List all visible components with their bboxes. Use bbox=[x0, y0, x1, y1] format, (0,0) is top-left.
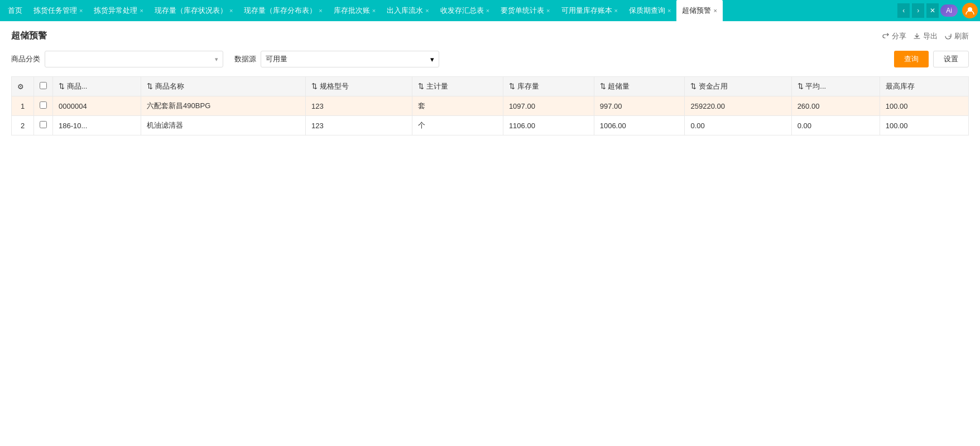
th-product-code: ⇅ 商品... bbox=[53, 77, 141, 96]
ai-button[interactable]: Ai bbox=[940, 4, 958, 17]
nav-tab-6[interactable]: 收发存汇总表 × bbox=[435, 0, 495, 21]
nav-tab-2[interactable]: 现存量（库存状况表） × bbox=[149, 0, 238, 21]
row-product-code: 186-10... bbox=[53, 116, 141, 135]
select-all-checkbox[interactable] bbox=[40, 82, 47, 89]
row-unit: 套 bbox=[412, 96, 503, 116]
close-icon[interactable]: × bbox=[229, 7, 233, 14]
page-header: 超储预警 分享 导出 刷新 bbox=[11, 30, 969, 42]
share-icon bbox=[882, 32, 890, 40]
datasource-select[interactable]: 可用量 ▾ bbox=[261, 51, 439, 67]
category-select[interactable]: ▾ bbox=[45, 51, 223, 67]
th-overstock: ⇅ 超储量 bbox=[594, 77, 685, 96]
row-stock: 1097.00 bbox=[503, 96, 594, 116]
export-icon bbox=[913, 32, 921, 40]
th-settings: ⚙ bbox=[12, 77, 34, 96]
row-spec: 123 bbox=[305, 116, 412, 135]
query-button[interactable]: 查询 bbox=[894, 51, 929, 67]
row-avg: 260.00 bbox=[791, 96, 880, 116]
close-icon[interactable]: × bbox=[667, 7, 671, 14]
settings-button[interactable]: 设置 bbox=[933, 51, 969, 67]
nav-tab-3[interactable]: 现存量（库存分布表） × bbox=[238, 0, 328, 21]
close-icon[interactable]: × bbox=[546, 7, 550, 14]
th-capital: ⇅ 资金占用 bbox=[685, 77, 791, 96]
page-content: 超储预警 分享 导出 刷新 bbox=[0, 21, 980, 446]
datasource-label: 数据源 bbox=[234, 54, 256, 64]
close-icon[interactable]: × bbox=[713, 7, 717, 14]
table-row: 2 186-10... 机油滤清器 123 个 1106.00 1006.00 … bbox=[12, 116, 969, 135]
nav-tab-5[interactable]: 出入库流水 × bbox=[381, 0, 434, 21]
page-title: 超储预警 bbox=[11, 30, 47, 42]
row-checkbox[interactable] bbox=[40, 101, 47, 109]
nav-tab-7[interactable]: 要货单统计表 × bbox=[495, 0, 555, 21]
nav-prev-button[interactable]: ‹ bbox=[897, 3, 910, 18]
close-icon[interactable]: × bbox=[79, 7, 83, 14]
nav-tab-active[interactable]: 超储预警 × bbox=[676, 0, 722, 21]
row-overstock: 1006.00 bbox=[594, 116, 685, 135]
datasource-filter: 数据源 可用量 ▾ bbox=[234, 51, 439, 67]
close-icon[interactable]: × bbox=[319, 7, 322, 14]
settings-icon[interactable]: ⚙ bbox=[17, 83, 24, 91]
refresh-icon bbox=[944, 32, 952, 40]
th-checkbox bbox=[34, 77, 53, 96]
nav-tab-4[interactable]: 库存批次账 × bbox=[328, 0, 381, 21]
nav-bar: 首页 拣货任务管理 × 拣货异常处理 × 现存量（库存状况表） × 现存量（库存… bbox=[0, 0, 980, 21]
close-icon[interactable]: × bbox=[372, 7, 376, 14]
row-product-name: 机油滤清器 bbox=[141, 116, 306, 135]
row-max-stock: 100.00 bbox=[880, 116, 968, 135]
row-product-code: 0000004 bbox=[53, 96, 141, 116]
row-overstock: 997.00 bbox=[594, 96, 685, 116]
category-filter: 商品分类 ▾ bbox=[11, 51, 223, 67]
row-spec: 123 bbox=[305, 96, 412, 116]
close-icon[interactable]: × bbox=[425, 7, 429, 14]
row-checkbox[interactable] bbox=[40, 121, 47, 128]
th-stock: ⇅ 库存量 bbox=[503, 77, 594, 96]
close-icon[interactable]: × bbox=[140, 7, 143, 14]
nav-tab-1[interactable]: 拣货异常处理 × bbox=[88, 0, 148, 21]
share-button[interactable]: 分享 bbox=[882, 31, 906, 41]
row-capital: 259220.00 bbox=[685, 96, 791, 116]
th-spec: ⇅ 规格型号 bbox=[305, 77, 412, 96]
row-checkbox-cell bbox=[34, 96, 53, 116]
row-num: 1 bbox=[12, 96, 34, 116]
nav-close-button[interactable]: ✕ bbox=[926, 3, 939, 18]
user-avatar[interactable] bbox=[962, 3, 978, 18]
table-row: 1 0000004 六配套新昌490BPG 123 套 1097.00 997.… bbox=[12, 96, 969, 116]
row-avg: 0.00 bbox=[791, 116, 880, 135]
chevron-down-icon: ▾ bbox=[430, 55, 434, 64]
th-unit: ⇅ 主计量 bbox=[412, 77, 503, 96]
th-avg: ⇅ 平均... bbox=[791, 77, 880, 96]
row-checkbox-cell bbox=[34, 116, 53, 135]
row-stock: 1106.00 bbox=[503, 116, 594, 135]
refresh-button[interactable]: 刷新 bbox=[944, 31, 969, 41]
row-max-stock: 100.00 bbox=[880, 96, 968, 116]
data-table: ⚙ ⇅ 商品... ⇅ 商品名称 ⇅ 规格型号 ⇅ bbox=[11, 76, 969, 135]
nav-next-button[interactable]: › bbox=[912, 3, 924, 18]
row-unit: 个 bbox=[412, 116, 503, 135]
category-label: 商品分类 bbox=[11, 54, 40, 64]
row-product-name: 六配套新昌490BPG bbox=[141, 96, 306, 116]
row-capital: 0.00 bbox=[685, 116, 791, 135]
nav-home[interactable]: 首页 bbox=[2, 0, 28, 21]
close-icon[interactable]: × bbox=[614, 7, 618, 14]
close-icon[interactable]: × bbox=[486, 7, 489, 14]
export-button[interactable]: 导出 bbox=[913, 31, 938, 41]
nav-tab-9[interactable]: 保质期查询 × bbox=[623, 0, 676, 21]
chevron-down-icon: ▾ bbox=[215, 56, 218, 63]
nav-tab-0[interactable]: 拣货任务管理 × bbox=[28, 0, 88, 21]
header-actions: 分享 导出 刷新 bbox=[882, 31, 969, 41]
row-num: 2 bbox=[12, 116, 34, 135]
th-max-stock: 最高库存 bbox=[880, 77, 968, 96]
nav-tab-8[interactable]: 可用量库存账本 × bbox=[556, 0, 623, 21]
th-product-name: ⇅ 商品名称 bbox=[141, 77, 306, 96]
